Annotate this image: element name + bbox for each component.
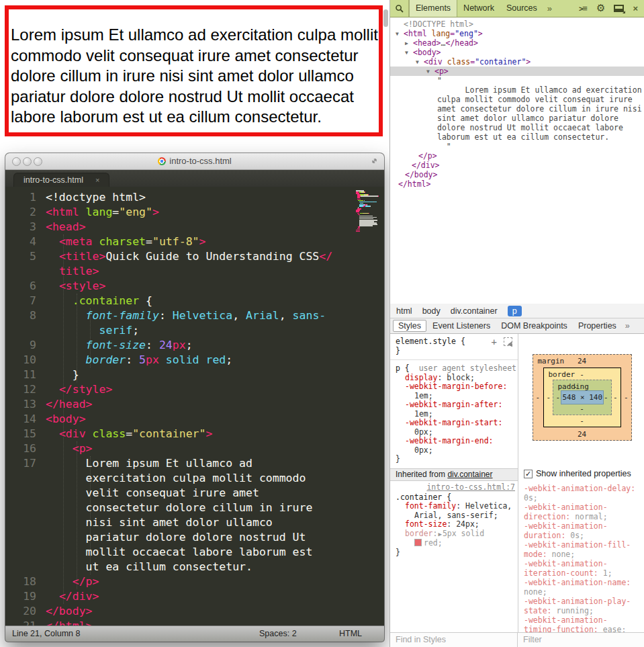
code-line[interactable]: 5 <title>Quick Guide to Understanding CS… <box>5 249 384 264</box>
dom-tree-row[interactable]: <!DOCTYPE html> <box>390 19 644 29</box>
sidebar-tab-styles[interactable]: Styles <box>393 320 426 332</box>
margin-top-value[interactable]: 24 <box>533 357 631 365</box>
computed-property[interactable]: duration: 0s; <box>524 531 644 540</box>
code-line[interactable]: 18 </p> <box>5 574 384 589</box>
computed-property[interactable]: -webkit-animation- <box>524 615 644 625</box>
computed-property[interactable]: -webkit-animation- <box>524 503 644 512</box>
code-line[interactable]: 10 border: 5px solid red; <box>5 353 384 368</box>
expanded-arrow-icon[interactable]: ▼ <box>396 30 404 39</box>
code-line[interactable]: 11 } <box>5 368 384 382</box>
show-inherited-checkbox[interactable]: ✓ <box>524 470 533 478</box>
margin-bottom-value[interactable]: 24 <box>533 430 631 439</box>
console-icon[interactable]: >≡ <box>579 3 588 13</box>
style-declaration[interactable]: -webkit-margin-after: <box>396 400 512 410</box>
code-line[interactable]: 8 font-family: Helvetica, Arial, sans- <box>5 308 384 323</box>
code-line[interactable]: ut ea cillum consectetur. <box>5 560 384 574</box>
code-line[interactable]: 14<body> <box>5 412 384 427</box>
border-top-value[interactable]: - <box>544 370 620 379</box>
style-declaration[interactable]: p { user agent stylesheet <box>396 364 512 374</box>
dom-tree-row[interactable]: culpa mollit commodo velit consequat iru… <box>390 95 644 104</box>
padding-right-value[interactable]: - <box>604 393 608 402</box>
code-line[interactable]: pariatur dolore dolore nostrud Ut <box>5 530 384 545</box>
code-line[interactable]: 3<head> <box>5 220 384 234</box>
dom-tree-row[interactable]: ▼<html lang="eng"> <box>390 29 644 38</box>
code-line[interactable]: 16 <p> <box>5 441 384 456</box>
style-declaration[interactable]: -webkit-margin-start: <box>396 419 512 428</box>
style-declaration[interactable]: display: block; <box>396 374 512 383</box>
computed-property[interactable]: -webkit-animation- <box>524 521 644 531</box>
gear-icon[interactable]: ⚙ <box>596 3 605 13</box>
computed-property[interactable]: mode: none; <box>524 550 644 559</box>
computed-property[interactable]: -webkit-animation-name: <box>524 578 644 587</box>
sidebar-tab-dom-breakpoints[interactable]: DOM Breakpoints <box>496 320 572 331</box>
code-line[interactable]: velit consequat irure amet <box>5 486 384 501</box>
tab-intro-to-css[interactable]: intro-to-css.html× <box>13 173 109 187</box>
expanded-arrow-icon[interactable]: ▼ <box>416 58 424 67</box>
code-line[interactable]: 7 .container { <box>5 294 384 308</box>
style-source-link[interactable]: intro-to-css.html:7 <box>426 482 515 492</box>
box-model-padding[interactable]: padding - - - - 548 × 140 <box>553 380 612 415</box>
page-scrollbar-thumb[interactable] <box>383 9 388 27</box>
box-model-content[interactable]: 548 × 140 <box>561 390 604 404</box>
code-line[interactable]: 19 </div> <box>5 589 384 604</box>
border-left-value[interactable]: - <box>547 393 551 402</box>
devtools-tab-sources[interactable]: Sources <box>500 0 543 17</box>
code-line[interactable]: 15 <div class="container"> <box>5 427 384 441</box>
code-line[interactable]: serif; <box>5 323 384 338</box>
dom-tree-row[interactable]: Lorem ipsum Et ullamco ad exercitation <box>390 85 644 95</box>
search-icon[interactable] <box>390 0 409 17</box>
code-line[interactable]: 17 Lorem ipsum Et ullamco ad <box>5 456 384 471</box>
code-line[interactable]: mollit occaecat labore laborum est <box>5 545 384 560</box>
computed-property[interactable]: iteration-count: 1; <box>524 568 644 578</box>
padding-top-value[interactable]: - <box>573 382 578 391</box>
devtools-close-icon[interactable]: × <box>633 3 638 13</box>
code-line[interactable]: nisi sint amet dolor ullamco <box>5 515 384 530</box>
computed-property[interactable]: timing-function: ease; <box>524 625 644 632</box>
box-model-border[interactable]: border - - - - padding - - - - 548 × 140 <box>543 368 621 427</box>
element-style-rule[interactable]: element.style { + } <box>390 334 518 357</box>
breadcrumb-html[interactable]: html <box>396 306 412 316</box>
more-tabs-chevron-icon[interactable]: » <box>543 3 556 13</box>
code-line[interactable]: 1<!doctype html> <box>5 190 384 205</box>
computed-property[interactable]: -webkit-animation-fill- <box>524 540 644 550</box>
dock-side-icon[interactable] <box>614 5 624 12</box>
style-declaration[interactable]: Arial, sans-serif; <box>396 511 512 521</box>
breadcrumb-p[interactable]: p <box>508 306 522 316</box>
filter-input[interactable]: Filter <box>518 633 644 647</box>
sidebar-more-chevron-icon[interactable]: » <box>623 321 630 331</box>
new-style-rule-icon[interactable]: + <box>492 339 497 345</box>
dom-tree-row[interactable]: amet consectetur dolore cillum in irure … <box>390 104 644 114</box>
style-declaration[interactable]: red; <box>396 539 512 548</box>
expanded-arrow-icon[interactable]: ▼ <box>405 48 413 58</box>
window-resize-icon[interactable] <box>370 157 379 165</box>
container-style-rule[interactable]: .container {font-family: Helvetica,Arial… <box>390 492 518 559</box>
syntax-mode-status[interactable]: HTML <box>339 629 362 638</box>
dom-tree-row[interactable]: </html> <box>390 179 644 189</box>
code-line[interactable]: consectetur dolore cillum in irure <box>5 501 384 515</box>
code-line[interactable]: 12 </style> <box>5 382 384 397</box>
box-model-margin[interactable]: margin 24 24 - - border - - - - padding … <box>533 354 632 441</box>
computed-property[interactable]: -webkit-animation-play- <box>524 597 644 606</box>
padding-left-value[interactable]: - <box>556 393 561 402</box>
sidebar-tab-properties[interactable]: Properties <box>573 320 621 331</box>
margin-left-value[interactable]: - <box>536 393 541 402</box>
border-bottom-value[interactable]: - <box>544 417 620 425</box>
color-swatch[interactable] <box>414 539 422 546</box>
code-area[interactable]: 1<!doctype html>2<html lang="eng">3<head… <box>5 187 384 626</box>
style-declaration[interactable]: 0px; <box>396 428 512 437</box>
code-line[interactable]: 20</body> <box>5 604 384 619</box>
dom-tree-row[interactable]: ▼<p> <box>390 67 644 76</box>
dom-tree-row[interactable]: ▼<div class="container"> <box>390 57 644 67</box>
dom-tree-row[interactable]: </p> <box>390 151 644 161</box>
style-declaration[interactable]: font-family: Helvetica, <box>396 502 512 511</box>
style-declaration[interactable]: } <box>396 548 512 558</box>
computed-property[interactable]: 0s; <box>524 493 644 503</box>
computed-property[interactable]: state: running; <box>524 606 644 615</box>
dom-tree-row[interactable]: sint amet dolor ullamco pariatur dolore <box>390 114 644 123</box>
code-line[interactable]: 6 <style> <box>5 279 384 294</box>
breadcrumb-div-container[interactable]: div.container <box>451 306 498 316</box>
devtools-tab-elements[interactable]: Elements <box>409 0 457 17</box>
minimap[interactable] <box>356 190 383 232</box>
inherited-element-link[interactable]: div.container <box>447 470 492 479</box>
style-declaration[interactable]: .container { <box>396 493 512 503</box>
